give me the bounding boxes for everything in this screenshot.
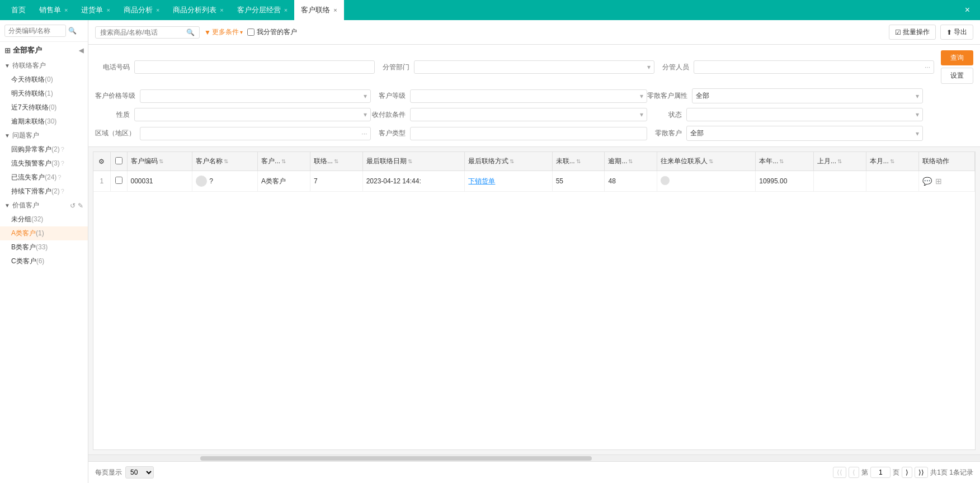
prev-page-button[interactable]: ⟨ bbox=[849, 467, 859, 478]
close-tab-analysis-list-icon[interactable]: × bbox=[220, 7, 223, 13]
sidebar-item-today[interactable]: 今天待联络(0) bbox=[0, 73, 88, 87]
nav-tab-sales[interactable]: 销售单 × bbox=[32, 0, 74, 20]
sort-icon-name[interactable]: ⇅ bbox=[224, 158, 228, 164]
filter-select-status[interactable]: ▾ bbox=[686, 108, 923, 121]
section-value-customer[interactable]: ▼ 价值客户 ↺ ✎ bbox=[0, 198, 88, 212]
sort-icon-overdue[interactable]: ⇅ bbox=[628, 158, 633, 164]
sort-icon-type[interactable]: ⇅ bbox=[281, 158, 286, 164]
filter-dots-region[interactable]: ··· bbox=[140, 127, 371, 140]
refresh-icon[interactable]: ↺ bbox=[70, 202, 76, 210]
action-message-icon[interactable]: 💬 bbox=[922, 177, 932, 186]
select-all-checkbox[interactable] bbox=[115, 157, 123, 164]
sort-icon-this-month[interactable]: ⇅ bbox=[890, 158, 894, 164]
nav-tab-purchase[interactable]: 进货单 × bbox=[74, 0, 116, 20]
row-last-date: 2023-04-12 14:44: bbox=[362, 171, 465, 192]
row-checkbox[interactable] bbox=[110, 171, 127, 192]
sidebar-item-class-c[interactable]: C类客户(6) bbox=[0, 254, 88, 268]
close-tab-analysis-icon[interactable]: × bbox=[156, 7, 159, 13]
col-settings[interactable]: ⚙ bbox=[93, 152, 110, 171]
sidebar-item-churned[interactable]: 已流失客户(24)? bbox=[0, 171, 88, 184]
filter-row-4: 区域（地区） ··· 客户类型 零散客户 全部 ▾ bbox=[95, 126, 973, 141]
sidebar-search-icon[interactable]: 🔍 bbox=[68, 27, 77, 35]
setting-button[interactable]: 设置 bbox=[941, 68, 973, 84]
filter-select-nature[interactable]: ▾ bbox=[134, 108, 371, 121]
last-method-link[interactable]: 下销货单 bbox=[468, 177, 495, 185]
sort-icon-this-year[interactable]: ⇅ bbox=[779, 158, 784, 164]
filter-cell-phone: 电话号码 bbox=[95, 60, 375, 74]
filter-row-2: 客户价格等级 ▾ 客户等级 ▾ 零散客户属性 全部 bbox=[95, 88, 973, 103]
nav-home[interactable]: 首页 bbox=[4, 0, 32, 20]
page-number-input[interactable] bbox=[870, 467, 891, 478]
close-tab-purchase-icon[interactable]: × bbox=[106, 7, 110, 13]
next-page-button[interactable]: ⟩ bbox=[902, 467, 912, 478]
query-button[interactable]: 查询 bbox=[941, 50, 973, 65]
sidebar-item-overdue[interactable]: 逾期未联络(30) bbox=[0, 115, 88, 129]
main-layout: 🔍 ⊞ 全部客户 ◀ ▼ 待联络客户 今天待联络(0) 明天待联络(1) 近7天… bbox=[0, 20, 980, 483]
sort-icon-contact[interactable]: ⇅ bbox=[334, 158, 338, 164]
batch-op-button[interactable]: ☑ 批量操作 bbox=[889, 25, 936, 40]
arrow-down-icon2: ▼ bbox=[4, 132, 10, 139]
filter-select-payment[interactable]: ▾ bbox=[410, 108, 647, 121]
row-last-method[interactable]: 下销货单 bbox=[465, 171, 552, 192]
customer-table: ⚙ 客户编码⇅ 客户名称⇅ 客户...⇅ 联络...⇅ 最后联络日期⇅ 最后联络… bbox=[93, 152, 975, 192]
filter-row-3: 性质 ▾ 收付款条件 ▾ 状态 bbox=[95, 108, 973, 121]
last-page-button[interactable]: ⟩⟩ bbox=[915, 467, 928, 478]
sort-icon-last-date[interactable]: ⇅ bbox=[408, 158, 412, 164]
filter-search-icon[interactable]: 🔍 bbox=[186, 29, 195, 36]
collapse-icon[interactable]: ◀ bbox=[79, 47, 83, 54]
row-select-checkbox[interactable] bbox=[115, 177, 123, 184]
export-button[interactable]: ⬆ 导出 bbox=[940, 25, 973, 40]
sidebar-item-ungroup[interactable]: 未分组(32) bbox=[0, 212, 88, 226]
filter-more-button[interactable]: ▼ 更多条件 ▾ bbox=[204, 27, 243, 37]
sort-icon-last-method[interactable]: ⇅ bbox=[510, 158, 514, 164]
dropdown-arrow-dept: ▾ bbox=[647, 63, 651, 71]
sort-icon-contact2[interactable]: ⇅ bbox=[709, 158, 713, 164]
close-all-icon[interactable]: × bbox=[959, 5, 976, 15]
sidebar-item-7days[interactable]: 近7天待联络(0) bbox=[0, 101, 88, 115]
arrow-down-icon3: ▼ bbox=[4, 202, 10, 209]
sidebar-item-declining[interactable]: 持续下滑客户(2)? bbox=[0, 184, 88, 198]
col-checkbox[interactable] bbox=[110, 152, 127, 171]
sidebar-item-class-a[interactable]: A类客户(1) bbox=[0, 226, 88, 240]
sort-icon-last-month[interactable]: ⇅ bbox=[837, 158, 842, 164]
filter-input-phone[interactable] bbox=[134, 60, 375, 74]
filter-input-customer-type[interactable] bbox=[410, 127, 647, 140]
all-customers-header[interactable]: ⊞ 全部客户 ◀ bbox=[0, 42, 88, 59]
filter-select-price-grade[interactable]: ▾ bbox=[140, 89, 371, 103]
scrollbar-thumb[interactable] bbox=[200, 456, 592, 461]
close-tab-customer-tier-icon[interactable]: × bbox=[284, 7, 288, 13]
edit-icon[interactable]: ✎ bbox=[78, 202, 83, 210]
page-size-select[interactable]: 50 100 200 bbox=[125, 466, 154, 479]
sidebar-item-class-b[interactable]: B类客户(33) bbox=[0, 240, 88, 254]
my-customers-checkbox-input[interactable] bbox=[247, 29, 255, 36]
dropdown-arrow-retail-attr: ▾ bbox=[916, 92, 919, 100]
filter-select-retail[interactable]: 全部 ▾ bbox=[686, 126, 923, 141]
sidebar-item-repurchase-abnormal[interactable]: 回购异常客户(2)? bbox=[0, 143, 88, 157]
filter-select-customer-grade[interactable]: ▾ bbox=[410, 89, 647, 103]
my-customers-checkbox[interactable]: 我分管的客户 bbox=[247, 27, 297, 37]
filter-search-input[interactable] bbox=[100, 29, 184, 36]
nav-tab-customer-contact[interactable]: 客户联络 × bbox=[294, 0, 343, 20]
close-tab-customer-contact-icon[interactable]: × bbox=[333, 7, 337, 13]
filter-dots-manager[interactable]: ··· bbox=[694, 60, 934, 74]
first-page-button[interactable]: ⟨⟨ bbox=[833, 467, 846, 478]
section-problem-customer[interactable]: ▼ 问题客户 bbox=[0, 129, 88, 143]
nav-tab-analysis[interactable]: 商品分析 × bbox=[117, 0, 166, 20]
col-header-contact2: 往来单位联系人⇅ bbox=[657, 152, 756, 171]
action-more-icon[interactable]: ⊞ bbox=[935, 177, 942, 186]
sort-icon-uncontacted[interactable]: ⇅ bbox=[576, 158, 581, 164]
nav-tab-analysis-list[interactable]: 商品分析列表 × bbox=[166, 0, 230, 20]
pagination-right: ⟨⟨ ⟨ 第 页 ⟩ ⟩⟩ 共1页 1条记录 bbox=[833, 467, 973, 478]
section-pending-contact[interactable]: ▼ 待联络客户 bbox=[0, 59, 88, 73]
filter-select-dept[interactable]: ▾ bbox=[414, 60, 654, 74]
sidebar-item-tomorrow[interactable]: 明天待联络(1) bbox=[0, 87, 88, 101]
sidebar-search-input[interactable] bbox=[4, 25, 66, 37]
horizontal-scrollbar[interactable] bbox=[88, 454, 980, 461]
nav-tab-customer-tier[interactable]: 客户分层经营 × bbox=[230, 0, 294, 20]
close-tab-sales-icon[interactable]: × bbox=[64, 7, 68, 13]
filter-bar: 🔍 ▼ 更多条件 ▾ 我分管的客户 ☑ 批量操作 ⬆ 导出 bbox=[88, 20, 980, 45]
filter-select-retail-attr[interactable]: 全部 ▾ bbox=[692, 88, 923, 103]
sidebar-item-churn-warning[interactable]: 流失预警客户(3)? bbox=[0, 157, 88, 171]
filter-cell-dept: 分管部门 ▾ bbox=[375, 60, 654, 74]
sort-icon-code[interactable]: ⇅ bbox=[159, 158, 163, 164]
